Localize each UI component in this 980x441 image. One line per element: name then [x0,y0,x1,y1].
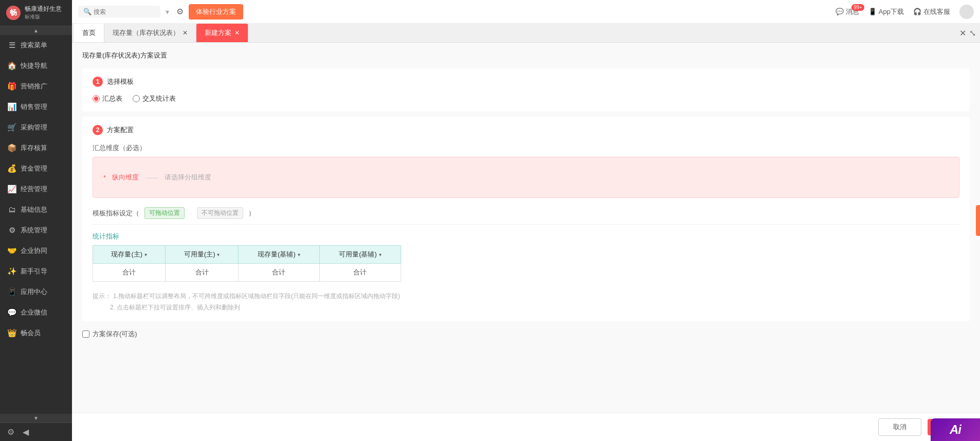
tab-home-label: 首页 [82,28,96,38]
non-draggable-badge: 不可拖动位置 [197,207,243,219]
tab-home[interactable]: 首页 [74,24,104,42]
ai-fab-label: Ai [950,422,961,437]
tab-inventory-status-close[interactable]: ✕ [183,29,188,36]
config-section: 汇总维度（必选） * 纵向维度 —— 请选择分组维度 模板指标设定（ 可拖动位置… [93,143,959,313]
col1-header[interactable]: 现存量(主) ▾ [93,246,166,264]
step1-title: 选择模板 [107,77,134,86]
sidebar-item-member[interactable]: 👑 畅会员 [0,323,72,343]
sidebar-item-label: 系统管理 [21,226,47,235]
sidebar-item-inventory[interactable]: 📦 库存核算 [0,138,72,158]
step1-num: 1 [93,77,103,87]
sidebar-item-quick-nav[interactable]: 🏠 快捷导航 [0,56,72,76]
col3-header[interactable]: 现存量(基辅) ▾ [238,246,319,264]
stats-table-body-row: 合计 合计 合计 合计 [93,264,401,282]
sidebar-item-label: 基础信息 [21,205,47,214]
tips-row2: 2. 点击标题栏下拉可设置排序、插入列和删除列 [110,302,959,314]
sidebar-item-finance[interactable]: 💰 资金管理 [0,158,72,179]
radio-cross-label: 交叉统计表 [142,94,176,103]
col2-summary: 合计 [166,264,238,282]
step2-header: 2 方案配置 [93,125,959,135]
sidebar-item-purchase[interactable]: 🛒 采购管理 [0,117,72,138]
message-icon: 💬 [836,8,844,15]
app-download-label: App下载 [879,7,904,16]
vertical-dim-divider: —— [145,174,158,181]
sidebar-item-system[interactable]: ⚙ 系统管理 [0,220,72,241]
sidebar-item-label: 企业微信 [21,308,47,317]
step2-num: 2 [93,125,103,135]
sidebar-item-basic-info[interactable]: 🗂 基础信息 [0,199,72,220]
save-checkbox-area: 方案保存(可选) [82,329,970,339]
radio-cross[interactable]: 交叉统计表 [133,94,176,103]
sidebar-item-new-guide[interactable]: ✨ 新手引导 [0,261,72,282]
sidebar-item-operation[interactable]: 📈 经营管理 [0,179,72,199]
radio-cross-input[interactable] [133,95,140,102]
col1-summary: 合计 [93,264,166,282]
tab-inventory-status[interactable]: 现存量（库存状况表） ✕ [104,24,196,42]
topbar-search-area[interactable]: 🔍 [78,6,160,17]
sidebar-scroll-up[interactable]: ▲ [0,26,72,35]
col2-header[interactable]: 可用量(主) ▾ [166,246,238,264]
online-service-item[interactable]: 🎧 在线客服 [913,7,950,16]
sidebar-item-label: 搜索菜单 [21,41,47,50]
sidebar-item-wechat[interactable]: 💬 企业微信 [0,302,72,323]
purchase-icon: 🛒 [7,123,16,132]
user-avatar[interactable] [959,5,974,19]
tab-new-plan-label: 新建方案 [205,28,231,38]
topbar-gear-icon[interactable]: ⚙ [176,7,184,16]
sidebar-item-sales[interactable]: 📊 销售管理 [0,97,72,117]
save-checkbox[interactable] [82,330,89,338]
sidebar-item-label: 快捷导航 [21,61,47,70]
col1-dropdown-icon[interactable]: ▾ [144,252,147,258]
col3-summary: 合计 [238,264,319,282]
sidebar-item-label: 采购管理 [21,123,47,132]
radio-summary-input[interactable] [93,95,100,102]
tab-new-plan-close[interactable]: ✕ [234,29,240,36]
app-download-item[interactable]: 📱 App下载 [868,7,904,16]
draggable-badge: 可拖动位置 [144,207,185,219]
tab-new-plan[interactable]: 新建方案 ✕ [196,24,248,42]
vertical-dim-label: 纵向维度 [112,173,139,182]
step1-card: 1 选择模板 汇总表 交叉统计表 [82,68,970,112]
basic-info-icon: 🗂 [7,205,16,214]
sidebar-item-cooperation[interactable]: 🤝 企业协同 [0,241,72,261]
col2-dropdown-icon[interactable]: ▾ [217,252,220,258]
right-edge-indicator[interactable] [976,205,980,236]
stats-section: 统计指标 现存量(主) ▾ [93,232,959,282]
sidebar-item-marketing[interactable]: 🎁 营销推广 [0,76,72,97]
app-center-icon: 📱 [7,287,16,297]
new-guide-icon: ✨ [7,267,16,276]
cooperation-icon: 🤝 [7,246,16,255]
search-input[interactable] [94,8,145,15]
template-radio-group: 汇总表 交叉统计表 [93,94,959,103]
step2-title: 方案配置 [107,125,134,135]
tab-close-all-icon[interactable]: ✕ [959,28,966,38]
sidebar-item-label: 经营管理 [21,185,47,194]
col4-dropdown-icon[interactable]: ▾ [379,252,382,258]
message-item[interactable]: 💬 消息 99+ [836,7,859,16]
sidebar-item-app-center[interactable]: 📱 应用中心 [0,282,72,302]
tips-tip2: 2. 点击标题栏下拉可设置排序、插入列和删除列 [110,302,240,314]
sidebar-item-label: 应用中心 [21,287,47,297]
tips-label: 提示： [93,291,111,302]
settings-icon[interactable]: ⚙ [7,427,14,437]
col3-dropdown-icon[interactable]: ▾ [298,252,300,258]
sidebar-scroll-down[interactable]: ▼ [0,414,72,422]
summary-dimension-label: 汇总维度（必选） [93,143,959,153]
cancel-button[interactable]: 取消 [878,418,921,436]
tab-expand-icon[interactable]: ⤡ [969,28,976,38]
col4-header[interactable]: 可用量(基辅) ▾ [319,246,401,264]
ai-fab-button[interactable]: Ai [931,418,980,441]
sidebar-item-search-menu[interactable]: ☰ 搜索菜单 [0,35,72,56]
sidebar-item-label: 畅会员 [21,328,41,338]
search-menu-icon: ☰ [7,41,16,50]
radio-summary[interactable]: 汇总表 [93,94,122,103]
sidebar-nav: ☰ 搜索菜单 🏠 快捷导航 🎁 营销推广 📊 销售管理 🛒 采购管理 📦 库存核… [0,35,72,414]
sidebar-item-label: 新手引导 [21,267,47,276]
online-service-icon: 🎧 [913,8,921,15]
tips-tip1: 1.拖动标题栏可以调整布局，不可跨维度或指标区域拖动栏目字段(只能在同一维度或指… [113,291,400,302]
collapse-icon[interactable]: ◀ [23,427,29,437]
indicator-settings-row: 模板指标设定（ 可拖动位置 · 不可拖动位置 ） [93,207,959,225]
topbar-dropdown-icon[interactable]: ▾ [166,8,169,16]
indicator-settings-label: 模板指标设定（ [93,209,139,218]
trial-button[interactable]: 体验行业方案 [189,4,243,20]
